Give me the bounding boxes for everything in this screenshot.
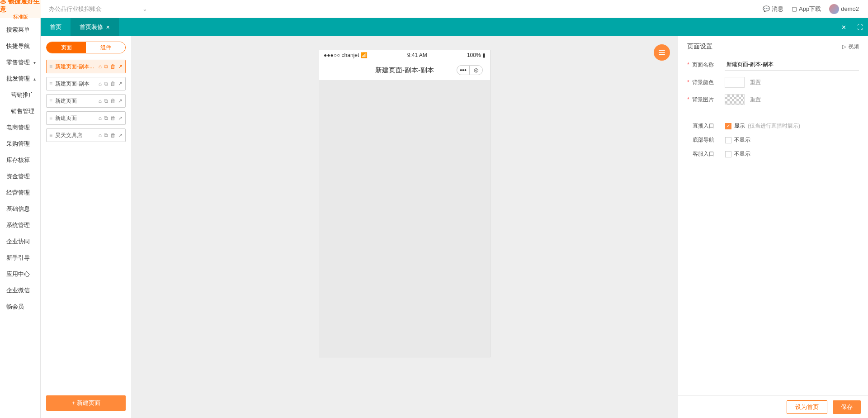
required-mark: *: [687, 96, 689, 103]
more-icon[interactable]: •••: [457, 65, 469, 75]
bgcolor-label: 背景颜色: [692, 79, 725, 86]
tab-decorate[interactable]: 首页装修 ✕: [71, 18, 119, 36]
row-bottom-nav: 底部导航 不显示: [687, 136, 859, 144]
app-download-link[interactable]: ▢ App下载: [792, 5, 821, 13]
copy-icon[interactable]: ⧉: [104, 133, 108, 138]
video-link[interactable]: ▷ 视频: [842, 43, 859, 51]
page-row-name: 新建页面: [55, 114, 96, 122]
page-row-name: 新建页面-副本...: [55, 63, 96, 71]
bgcolor-swatch[interactable]: [725, 77, 745, 88]
page-row[interactable]: ≡新建页面-副本⌂⧉🗑↗: [46, 77, 126, 90]
chevron-icon: ▴: [33, 76, 36, 81]
messages-link[interactable]: 💬 消息: [763, 5, 783, 13]
live-label: 直播入口: [693, 122, 725, 130]
required-mark: *: [687, 79, 689, 86]
brand-logo[interactable]: ♨ 畅捷通好生意 标准版: [0, 0, 41, 18]
share-icon[interactable]: ↗: [118, 64, 123, 69]
copy-icon[interactable]: ⧉: [104, 115, 108, 121]
play-icon: ▷: [842, 44, 846, 49]
delete-icon[interactable]: 🗑: [110, 115, 116, 121]
service-checkbox[interactable]: [725, 151, 731, 157]
live-checkbox[interactable]: ✓: [725, 123, 731, 129]
sidebar-item[interactable]: 基础信息: [0, 201, 40, 217]
live-chk-label: 显示: [734, 122, 745, 130]
save-button[interactable]: 保存: [833, 400, 861, 414]
sidebar-item[interactable]: 库存核算: [0, 152, 40, 168]
home-icon[interactable]: ⌂: [99, 81, 102, 86]
sidebar: 搜索菜单快捷导航零售管理▾批发管理▴营销推广销售管理电商管理采购管理库存核算资金…: [0, 18, 41, 418]
home-icon[interactable]: ⌂: [99, 133, 102, 138]
copy-icon[interactable]: ⧉: [104, 81, 108, 86]
copy-icon[interactable]: ⧉: [104, 98, 108, 104]
share-icon[interactable]: ↗: [118, 98, 123, 104]
tabs-right: ✕ ⛶: [835, 18, 868, 36]
sidebar-item[interactable]: 企业协同: [0, 233, 40, 250]
sidebar-item[interactable]: 企业微信: [0, 282, 40, 299]
home-icon[interactable]: ⌂: [99, 98, 102, 104]
page-row[interactable]: ≡新建页面-副本...⌂⧉🗑↗: [46, 60, 126, 73]
sidebar-item[interactable]: 系统管理: [0, 217, 40, 233]
drag-icon[interactable]: ≡: [49, 98, 52, 104]
video-label: 视频: [848, 43, 859, 51]
close-all-button[interactable]: ✕: [835, 18, 852, 36]
topbar-right: 💬 消息 ▢ App下载 demo2: [763, 4, 868, 14]
share-icon[interactable]: ↗: [118, 81, 123, 86]
delete-icon[interactable]: 🗑: [110, 98, 116, 104]
sidebar-item[interactable]: 零售管理▾: [0, 54, 40, 71]
settings-head: 页面设置 ▷ 视频: [687, 43, 859, 51]
new-page-button[interactable]: + 新建页面: [46, 395, 126, 411]
drag-icon[interactable]: ≡: [49, 63, 52, 70]
sidebar-item[interactable]: 经营管理: [0, 185, 40, 201]
delete-icon[interactable]: 🗑: [110, 81, 116, 86]
seg-page[interactable]: 页面: [47, 42, 86, 53]
page-row[interactable]: ≡新建页面⌂⧉🗑↗: [46, 111, 126, 125]
home-icon[interactable]: ⌂: [99, 64, 102, 69]
drag-icon[interactable]: ≡: [49, 132, 52, 138]
tab-home[interactable]: 首页: [41, 18, 71, 36]
phone-preview: ●●●○○ chanjet 📶 9:41 AM 100% ▮ 新建页面-副本-副…: [319, 50, 491, 357]
share-icon[interactable]: ↗: [118, 133, 123, 138]
account-selector[interactable]: 办公品行业模拟账套 ⌄: [49, 5, 147, 13]
drag-icon[interactable]: ≡: [49, 115, 52, 121]
bgcolor-reset[interactable]: 重置: [750, 79, 761, 86]
target-icon[interactable]: ◎: [469, 65, 483, 75]
settings-panel: 页面设置 ▷ 视频 * 页面名称 * 背景颜色: [678, 36, 868, 418]
set-home-button[interactable]: 设为首页: [787, 400, 827, 414]
brand-icon: ♨ 畅捷通好生意: [0, 0, 41, 14]
svg-rect-1: [659, 52, 665, 53]
page-name-input[interactable]: [725, 59, 859, 71]
user-menu[interactable]: demo2: [829, 4, 859, 14]
fullscreen-button[interactable]: ⛶: [852, 18, 868, 36]
home-icon[interactable]: ⌂: [99, 115, 102, 121]
avatar: [829, 4, 839, 14]
sidebar-item[interactable]: 电商管理: [0, 119, 40, 136]
phone-time: 9:41 AM: [407, 52, 427, 58]
bgimg-reset[interactable]: 重置: [750, 96, 761, 104]
copy-icon[interactable]: ⧉: [104, 64, 108, 69]
sidebar-subitem[interactable]: 营销推广: [0, 87, 40, 103]
tab-decorate-label: 首页装修: [80, 23, 103, 31]
sidebar-item[interactable]: 搜索菜单: [0, 22, 40, 38]
sidebar-item[interactable]: 批发管理▴: [0, 71, 40, 87]
sidebar-item[interactable]: 新手引导: [0, 250, 40, 266]
delete-icon[interactable]: 🗑: [110, 133, 116, 138]
bgimg-swatch[interactable]: [725, 94, 745, 105]
page-row[interactable]: ≡新建页面⌂⧉🗑↗: [46, 94, 126, 108]
bottom-nav-checkbox[interactable]: [725, 137, 731, 143]
drag-icon[interactable]: ≡: [49, 81, 52, 87]
page-row[interactable]: ≡昊天文具店⌂⧉🗑↗: [46, 128, 126, 142]
menu-fab[interactable]: [654, 44, 670, 61]
sidebar-item[interactable]: 应用中心: [0, 266, 40, 282]
seg-component[interactable]: 组件: [86, 42, 125, 53]
sidebar-item[interactable]: 畅会员: [0, 299, 40, 315]
sidebar-item[interactable]: 快捷导航: [0, 38, 40, 54]
user-name: demo2: [841, 5, 859, 12]
sidebar-subitem[interactable]: 销售管理: [0, 103, 40, 119]
delete-icon[interactable]: 🗑: [110, 64, 116, 69]
sidebar-item[interactable]: 资金管理: [0, 168, 40, 185]
page-row-name: 新建页面-副本: [55, 80, 96, 88]
share-icon[interactable]: ↗: [118, 115, 123, 121]
close-icon[interactable]: ✕: [106, 24, 110, 30]
sidebar-item[interactable]: 采购管理: [0, 136, 40, 152]
row-page-name: * 页面名称: [687, 59, 859, 71]
